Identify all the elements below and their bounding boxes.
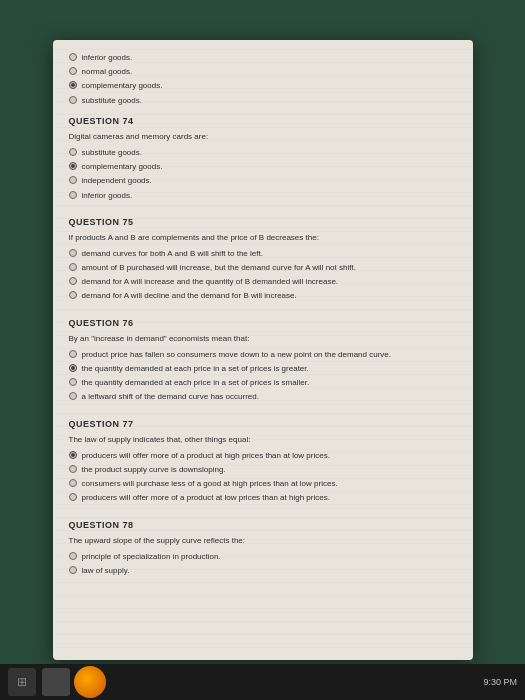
option-item[interactable]: producers will offer more of a product a… <box>69 492 457 503</box>
option-item[interactable]: complementary goods. <box>69 161 457 172</box>
question-block-q75: QUESTION 75If products A and B are compl… <box>69 217 457 302</box>
option-label: producers will offer more of a product a… <box>82 492 330 503</box>
option-label: complementary goods. <box>82 161 163 172</box>
question-text-q76: By an "increase in demand" economists me… <box>69 333 457 344</box>
option-label: law of supply. <box>82 565 130 576</box>
radio-circle <box>69 162 77 170</box>
option-label: the quantity demanded at each price in a… <box>82 377 310 388</box>
option-label: consumers will purchase less of a good a… <box>82 478 338 489</box>
option-list-q75: demand curves for both A and B will shif… <box>69 248 457 302</box>
taskbar-icon-1[interactable] <box>42 668 70 696</box>
option-list-q78: principle of specialization in productio… <box>69 551 457 576</box>
question-block-q77: QUESTION 77The law of supply indicates t… <box>69 419 457 504</box>
option-label: a leftward shift of the demand curve has… <box>82 391 259 402</box>
radio-circle <box>69 96 77 104</box>
radio-circle <box>69 378 77 386</box>
option-label: demand for A will decline and the demand… <box>82 290 297 301</box>
radio-circle <box>69 479 77 487</box>
radio-circle <box>69 176 77 184</box>
option-item[interactable]: law of supply. <box>69 565 457 576</box>
option-item[interactable]: inferior goods. <box>69 190 457 201</box>
option-item[interactable]: producers will offer more of a product a… <box>69 450 457 461</box>
option-item[interactable]: product price has fallen so consumers mo… <box>69 349 457 360</box>
radio-circle <box>69 191 77 199</box>
option-list-q77: producers will offer more of a product a… <box>69 450 457 504</box>
radio-circle <box>69 392 77 400</box>
option-label: the quantity demanded at each price in a… <box>82 363 309 374</box>
document-screen: inferior goods.normal goods.complementar… <box>53 40 473 660</box>
option-label: principle of specialization in productio… <box>82 551 221 562</box>
radio-circle <box>69 277 77 285</box>
option-item[interactable]: the quantity demanded at each price in a… <box>69 363 457 374</box>
partial-top-section: inferior goods.normal goods.complementar… <box>69 52 457 106</box>
option-label: demand for A will increase and the quant… <box>82 276 339 287</box>
radio-circle <box>69 552 77 560</box>
option-label: inferior goods. <box>82 52 133 63</box>
option-label: complementary goods. <box>82 80 163 91</box>
option-label: amount of B purchased will increase, but… <box>82 262 356 273</box>
radio-circle <box>69 451 77 459</box>
radio-circle <box>69 291 77 299</box>
option-item[interactable]: inferior goods. <box>69 52 457 63</box>
question-text-q78: The upward slope of the supply curve ref… <box>69 535 457 546</box>
question-block-q74: QUESTION 74Digital cameras and memory ca… <box>69 116 457 201</box>
option-item[interactable]: substitute goods. <box>69 95 457 106</box>
option-item[interactable]: a leftward shift of the demand curve has… <box>69 391 457 402</box>
option-item[interactable]: the product supply curve is downsloping. <box>69 464 457 475</box>
question-block-q78: QUESTION 78The upward slope of the suppl… <box>69 520 457 577</box>
option-label: producers will offer more of a product a… <box>82 450 330 461</box>
partial-options-list: inferior goods.normal goods.complementar… <box>69 52 457 106</box>
radio-circle <box>69 566 77 574</box>
taskbar-time: 9:30 PM <box>483 677 517 687</box>
option-item[interactable]: principle of specialization in productio… <box>69 551 457 562</box>
option-item[interactable]: consumers will purchase less of a good a… <box>69 478 457 489</box>
option-label: independent goods. <box>82 175 152 186</box>
question-title-q78: QUESTION 78 <box>69 520 457 530</box>
option-item[interactable]: substitute goods. <box>69 147 457 158</box>
question-title-q77: QUESTION 77 <box>69 419 457 429</box>
start-button[interactable]: ⊞ <box>8 668 36 696</box>
radio-circle <box>69 81 77 89</box>
firefox-icon[interactable] <box>74 666 106 698</box>
radio-circle <box>69 67 77 75</box>
question-text-q74: Digital cameras and memory cards are: <box>69 131 457 142</box>
question-title-q76: QUESTION 76 <box>69 318 457 328</box>
radio-circle <box>69 53 77 61</box>
option-list-q74: substitute goods.complementary goods.ind… <box>69 147 457 201</box>
question-title-q75: QUESTION 75 <box>69 217 457 227</box>
question-text-q75: If products A and B are complements and … <box>69 232 457 243</box>
option-label: inferior goods. <box>82 190 133 201</box>
radio-circle <box>69 148 77 156</box>
option-label: substitute goods. <box>82 95 142 106</box>
option-item[interactable]: complementary goods. <box>69 80 457 91</box>
option-item[interactable]: demand for A will increase and the quant… <box>69 276 457 287</box>
question-title-q74: QUESTION 74 <box>69 116 457 126</box>
option-label: substitute goods. <box>82 147 142 158</box>
radio-circle <box>69 263 77 271</box>
option-item[interactable]: demand curves for both A and B will shif… <box>69 248 457 259</box>
option-label: product price has fallen so consumers mo… <box>82 349 392 360</box>
question-block-q76: QUESTION 76By an "increase in demand" ec… <box>69 318 457 403</box>
option-label: the product supply curve is downsloping. <box>82 464 226 475</box>
option-item[interactable]: independent goods. <box>69 175 457 186</box>
option-item[interactable]: amount of B purchased will increase, but… <box>69 262 457 273</box>
radio-circle <box>69 493 77 501</box>
radio-circle <box>69 350 77 358</box>
radio-circle <box>69 465 77 473</box>
radio-circle <box>69 364 77 372</box>
option-item[interactable]: the quantity demanded at each price in a… <box>69 377 457 388</box>
option-item[interactable]: demand for A will decline and the demand… <box>69 290 457 301</box>
option-label: normal goods. <box>82 66 133 77</box>
question-text-q77: The law of supply indicates that, other … <box>69 434 457 445</box>
option-label: demand curves for both A and B will shif… <box>82 248 263 259</box>
radio-circle <box>69 249 77 257</box>
option-list-q76: product price has fallen so consumers mo… <box>69 349 457 403</box>
option-item[interactable]: normal goods. <box>69 66 457 77</box>
